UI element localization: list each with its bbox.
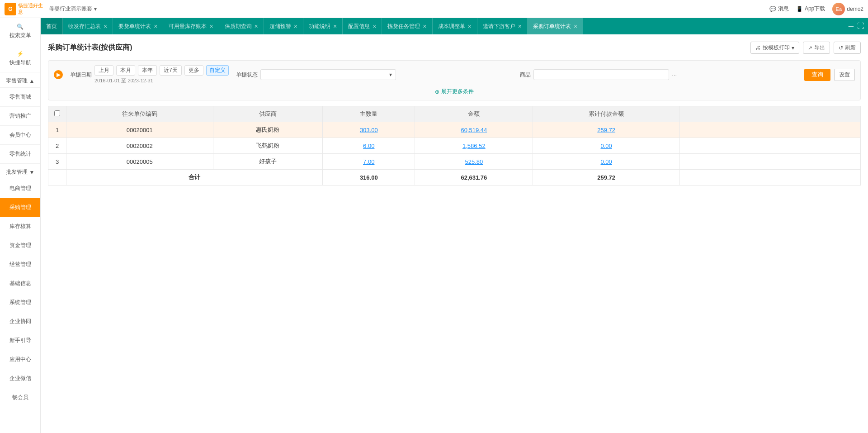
row-extra-3 [680, 154, 861, 170]
tab-config[interactable]: 配置信息 × [343, 18, 382, 34]
row-paid-3[interactable]: 0.00 [533, 154, 680, 170]
expand-more-btn[interactable]: ⊕ 展开更多条件 [435, 88, 474, 95]
sidebar-item-inventory[interactable]: 库存核算 [0, 217, 40, 236]
tab-expiry[interactable]: 保质期查询 × [219, 18, 264, 34]
sidebar-item-member[interactable]: 会员中心 [0, 126, 40, 145]
sidebar-item-vip[interactable]: 畅会员 [0, 388, 40, 407]
tab-invite-downstream-close[interactable]: × [518, 23, 522, 29]
messages-btn[interactable]: 💬 消息 [769, 5, 789, 13]
settings-btn[interactable]: 设置 [834, 69, 855, 81]
tab-maximize-btn[interactable]: ⛶ [857, 22, 864, 30]
tab-picking-close[interactable]: × [423, 23, 426, 29]
sidebar-label-shortcut: 快捷导航 [9, 59, 31, 67]
row-amount-3[interactable]: 525.80 [415, 154, 533, 170]
tab-expiry-label: 保质期查询 [225, 23, 252, 30]
tab-minimize-btn[interactable]: ─ [849, 22, 854, 30]
tab-function-desc[interactable]: 功能说明 × [303, 18, 343, 34]
date-filter-controls: 上月 本月 本年 近7天 更多 自定义 2016-01-01 至 2023-12… [94, 65, 229, 84]
refresh-label: 刷新 [845, 44, 856, 52]
sidebar-item-guide[interactable]: 新手引导 [0, 331, 40, 350]
username: demo2 [847, 6, 863, 12]
sidebar-item-shortcut[interactable]: ⚡ 快捷导航 [0, 45, 40, 72]
sidebar-item-purchase[interactable]: 采购管理 [0, 198, 40, 217]
date-btn-this-year[interactable]: 本年 [138, 65, 157, 76]
sidebar-item-finance[interactable]: 资金管理 [0, 236, 40, 255]
sidebar-item-search[interactable]: 🔍 搜索菜单 [0, 18, 40, 45]
tab-available-stock[interactable]: 可用量库存账本 × [163, 18, 219, 34]
sidebar-item-wholesale[interactable]: 批发管理 ▼ [0, 164, 40, 179]
row-qty-2[interactable]: 6.00 [323, 138, 415, 154]
tab-available-stock-close[interactable]: × [209, 23, 213, 29]
sidebar-item-system[interactable]: 系统管理 [0, 293, 40, 312]
date-btn-last-month[interactable]: 上月 [94, 65, 113, 76]
row-num-3: 3 [48, 154, 66, 170]
sidebar-item-retail-stat[interactable]: 零售统计 [0, 145, 40, 164]
tab-home[interactable]: 首页 [41, 18, 63, 34]
tab-receivable[interactable]: 收发存汇总表 × [63, 18, 113, 34]
tab-overstock-close[interactable]: × [294, 23, 297, 29]
sidebar-item-basics[interactable]: 基础信息 [0, 274, 40, 293]
sidebar-label-vip: 畅会员 [12, 394, 28, 401]
app-download-label: App下载 [805, 5, 825, 13]
tab-overstock[interactable]: 超储预警 × [264, 18, 303, 34]
sidebar-item-retail[interactable]: 零售管理 ▲ [0, 72, 40, 88]
row-supplier-2: 飞鹤奶粉 [213, 138, 323, 154]
sidebar-item-marketing[interactable]: 营销推广 [0, 107, 40, 126]
sidebar-item-ecommerce[interactable]: 电商管理 [0, 179, 40, 198]
date-btn-more[interactable]: 更多 [184, 65, 203, 76]
sidebar-item-retail-shop[interactable]: 零售商城 [0, 88, 40, 107]
row-amount-1[interactable]: 60,519.44 [415, 122, 533, 138]
tab-config-close[interactable]: × [373, 23, 376, 29]
sidebar-label-purchase: 采购管理 [9, 204, 31, 211]
breadcrumb-text: 母婴行业演示账套 [49, 5, 92, 13]
date-filter-label: 单据日期 [70, 71, 92, 79]
tab-receivable-close[interactable]: × [104, 23, 107, 29]
sidebar-label-wholesale: 批发管理 [6, 168, 28, 176]
tab-cost-adjust-close[interactable]: × [468, 23, 472, 29]
date-btn-7days[interactable]: 近7天 [160, 65, 182, 76]
tab-purchase-stat[interactable]: 采购订单统计表 × [528, 18, 583, 34]
date-btn-custom[interactable]: 自定义 [206, 65, 229, 76]
tab-cost-adjust[interactable]: 成本调整单 × [433, 18, 477, 34]
sidebar-item-apps[interactable]: 应用中心 [0, 350, 40, 369]
filter-action-btns: 查询 设置 [804, 69, 855, 81]
filter-status-item: 单据状态 ▾ [236, 69, 513, 80]
footer-empty-1 [48, 170, 66, 186]
tab-goods-stat-close[interactable]: × [154, 23, 157, 29]
row-qty-3[interactable]: 7.00 [323, 154, 415, 170]
row-paid-2[interactable]: 0.00 [533, 138, 680, 154]
export-btn[interactable]: ↗ 导出 [803, 42, 830, 54]
tab-picking[interactable]: 拣货任务管理 × [382, 18, 432, 34]
refresh-btn[interactable]: ↺ 刷新 [834, 42, 861, 54]
sidebar-item-enterprise[interactable]: 企业协同 [0, 312, 40, 331]
tab-purchase-stat-close[interactable]: × [574, 23, 577, 29]
col-header-code: 往来单位编码 [66, 106, 213, 122]
status-filter-select[interactable]: ▾ [260, 69, 396, 80]
sidebar-item-wechat[interactable]: 企业微信 [0, 369, 40, 388]
select-all-checkbox[interactable] [54, 110, 60, 116]
row-amount-2[interactable]: 1,586.52 [415, 138, 533, 154]
goods-filter-input[interactable] [533, 69, 669, 80]
expand-more-row: ⊕ 展开更多条件 [54, 88, 855, 95]
tab-invite-downstream[interactable]: 邀请下游客户 × [477, 18, 528, 34]
tab-expiry-close[interactable]: × [255, 23, 258, 29]
user-area[interactable]: Ea demo2 [832, 3, 863, 15]
date-btn-this-month[interactable]: 本月 [116, 65, 135, 76]
print-btn[interactable]: 🖨 按模板打印 ▾ [750, 42, 799, 54]
filter-expand-arrow[interactable]: ▶ [54, 70, 63, 79]
query-btn[interactable]: 查询 [804, 69, 830, 81]
row-paid-1[interactable]: 259.72 [533, 122, 680, 138]
tab-goods-stat[interactable]: 要货单统计表 × [113, 18, 163, 34]
search-icon: 🔍 [17, 24, 24, 30]
tab-function-desc-close[interactable]: × [333, 23, 337, 29]
app-download-btn[interactable]: 📱 App下载 [796, 5, 825, 13]
logo-text: 畅捷通好生意 [18, 3, 45, 14]
row-qty-1[interactable]: 303.00 [323, 122, 415, 138]
sidebar-item-operations[interactable]: 经营管理 [0, 255, 40, 274]
page-title: 采购订单统计表(按供应商) [48, 43, 132, 52]
tab-goods-stat-label: 要货单统计表 [118, 23, 151, 30]
goods-more-icon[interactable]: ··· [672, 71, 677, 78]
goods-filter-label: 商品 [520, 71, 531, 79]
tab-purchase-stat-label: 采购订单统计表 [533, 23, 571, 30]
sidebar-label-search: 搜索菜单 [9, 32, 31, 39]
